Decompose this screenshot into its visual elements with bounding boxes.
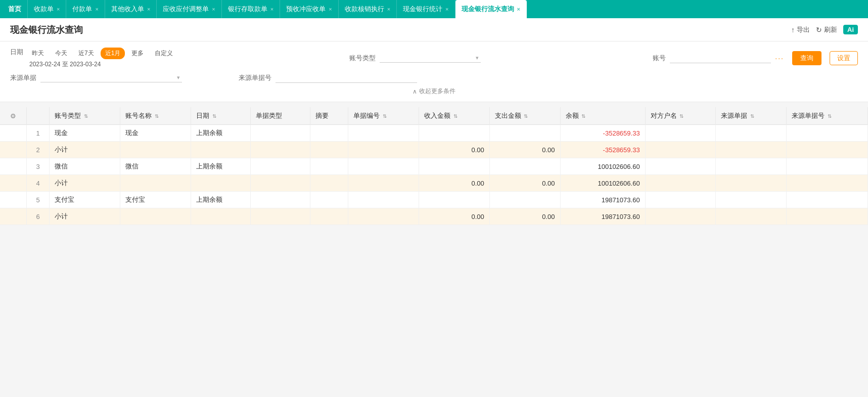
table-cell	[310, 158, 348, 175]
th-doc-no[interactable]: 单据编号 ⇅	[348, 107, 419, 125]
nav-close-cash-bank-flow[interactable]: ×	[517, 6, 520, 12]
account-input[interactable]	[670, 53, 771, 63]
table-cell: 3	[26, 158, 50, 175]
source-doc-filter-group: 来源单据 ▾	[10, 73, 182, 82]
th-source-doc[interactable]: 来源单据 ⇅	[716, 107, 787, 125]
nav-item-other-income[interactable]: 其他收入单 ×	[105, 0, 157, 18]
nav-close-bank-deposit[interactable]: ×	[270, 6, 273, 12]
th-expense[interactable]: 支出金额 ⇅	[489, 107, 560, 125]
nav-close-receipt[interactable]: ×	[57, 6, 60, 12]
source-doc-no-input[interactable]	[276, 73, 417, 83]
collapse-label: 收起更多条件	[419, 87, 455, 96]
source-doc-no-filter-group: 来源单据号	[239, 73, 417, 83]
table-cell: 现金	[120, 125, 191, 142]
date-btn-custom[interactable]: 自定义	[150, 48, 177, 59]
gear-icon[interactable]: ⚙	[10, 112, 16, 120]
date-btn-1month[interactable]: 近1月	[101, 48, 125, 59]
query-button[interactable]: 查询	[792, 51, 821, 65]
table-cell	[489, 125, 560, 142]
table-row: 3微信微信上期余额100102606.60	[0, 158, 868, 175]
table-cell: 100102606.60	[560, 175, 645, 192]
table-cell	[348, 192, 419, 208]
table-cell	[120, 208, 191, 225]
sort-icon-date: ⇅	[212, 113, 216, 119]
table-cell: 现金	[50, 125, 120, 142]
table-cell: 支付宝	[50, 192, 120, 208]
nav-close-pre-offset[interactable]: ×	[329, 6, 332, 12]
nav-item-pre-offset[interactable]: 预收冲应收单 ×	[280, 0, 338, 18]
date-filter-label: 日期	[10, 48, 23, 57]
table-cell	[310, 175, 348, 192]
th-counterpart[interactable]: 对方户名 ⇅	[645, 107, 716, 125]
th-date[interactable]: 日期 ⇅	[191, 107, 250, 125]
table-cell: 支付宝	[120, 192, 191, 208]
source-doc-label: 来源单据	[10, 73, 36, 82]
th-gear[interactable]: ⚙	[0, 107, 26, 125]
setting-button[interactable]: 设置	[830, 51, 858, 65]
table-cell	[716, 142, 787, 158]
table-cell	[250, 142, 310, 158]
table-cell	[348, 158, 419, 175]
table-cell	[250, 125, 310, 142]
table-cell	[348, 208, 419, 225]
table-cell	[0, 142, 26, 158]
table-cell: 上期余额	[191, 192, 250, 208]
account-ellipsis-button[interactable]: ···	[775, 54, 784, 62]
table-cell	[787, 192, 868, 208]
th-balance[interactable]: 余额 ⇅	[560, 107, 645, 125]
nav-item-verify-exec[interactable]: 收款核销执行 ×	[339, 0, 397, 18]
date-btn-today[interactable]: 今天	[51, 48, 72, 59]
table-cell	[787, 125, 868, 142]
table-cell	[310, 208, 348, 225]
table-cell: 2	[26, 142, 50, 158]
table-cell	[787, 175, 868, 192]
export-button[interactable]: ↑ 导出	[791, 25, 810, 34]
date-options-wrapper: 昨天 今天 近7天 近1月 更多 自定义 2023-02-24 至 2023-0…	[27, 48, 177, 69]
table-cell	[787, 208, 868, 225]
table-cell	[0, 125, 26, 142]
account-filter-group: 账号 ···	[653, 53, 784, 63]
th-source-doc-no[interactable]: 来源单据号 ⇅	[787, 107, 868, 125]
nav-close-cash-bank-stat[interactable]: ×	[445, 6, 448, 12]
ai-button[interactable]: Ai	[843, 25, 858, 34]
filter-row-1: 日期 昨天 今天 近7天 近1月 更多 自定义 2023-02-24 至 202…	[10, 48, 858, 69]
table-cell	[310, 192, 348, 208]
source-doc-select[interactable]: ▾	[40, 73, 182, 82]
table-cell	[191, 175, 250, 192]
nav-close-other-income[interactable]: ×	[147, 6, 150, 12]
nav-item-cash-bank-stat[interactable]: 现金银行统计 ×	[397, 0, 455, 18]
filter-row-2: 来源单据 ▾ 来源单据号	[10, 73, 858, 83]
date-btn-more[interactable]: 更多	[127, 48, 148, 59]
refresh-button[interactable]: ↻ 刷新	[816, 25, 837, 34]
collapse-up-icon: ∧	[413, 88, 417, 95]
th-summary: 摘要	[310, 107, 348, 125]
table-cell: 0.00	[419, 175, 490, 192]
nav-close-payment[interactable]: ×	[95, 6, 98, 12]
table-cell: 微信	[120, 158, 191, 175]
th-account-type[interactable]: 账号类型 ⇅	[50, 107, 120, 125]
nav-close-ap-ar-adjust[interactable]: ×	[212, 6, 215, 12]
top-navigation: 首页 收款单 × 付款单 × 其他收入单 × 应收应付调整单 × 银行存取款单 …	[0, 0, 868, 18]
table-cell	[0, 158, 26, 175]
date-btn-7days[interactable]: 近7天	[74, 48, 99, 59]
nav-item-home[interactable]: 首页	[2, 0, 28, 18]
collapse-bar[interactable]: ∧ 收起更多条件	[10, 87, 858, 96]
table-row: 2小计0.000.00-3528659.33	[0, 142, 868, 158]
th-account-name[interactable]: 账号名称 ⇅	[120, 107, 191, 125]
table-cell	[120, 175, 191, 192]
nav-item-cash-bank-flow[interactable]: 现金银行流水查询 ×	[455, 0, 527, 18]
date-btn-yesterday[interactable]: 昨天	[27, 48, 49, 59]
account-type-filter-group: 账号类型 ▾	[349, 54, 481, 63]
sort-icon-counterpart: ⇅	[679, 113, 683, 119]
th-income[interactable]: 收入金额 ⇅	[419, 107, 490, 125]
nav-item-bank-deposit[interactable]: 银行存取款单 ×	[222, 0, 280, 18]
nav-item-ap-ar-adjust[interactable]: 应收应付调整单 ×	[157, 0, 221, 18]
table-cell: 小计	[50, 142, 120, 158]
nav-close-verify-exec[interactable]: ×	[387, 6, 390, 12]
nav-item-receipt[interactable]: 收款单 ×	[28, 0, 66, 18]
account-type-select[interactable]: ▾	[380, 54, 481, 63]
table-cell	[716, 192, 787, 208]
nav-item-payment[interactable]: 付款单 ×	[66, 0, 105, 18]
table-cell	[250, 192, 310, 208]
table-cell	[250, 208, 310, 225]
